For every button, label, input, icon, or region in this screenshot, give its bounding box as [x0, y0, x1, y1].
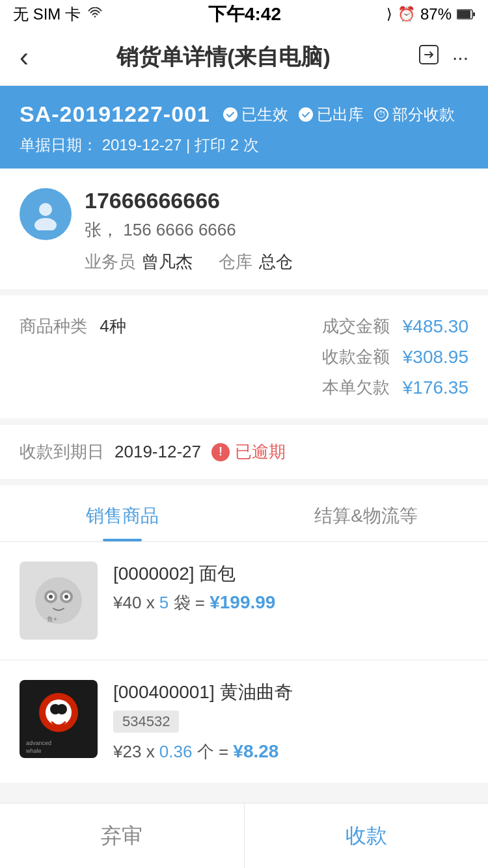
badge-active-label: 已生效	[241, 104, 288, 125]
product-info-2: [000400001] 黄油曲奇 534532 ¥23 x 0.36 个 = ¥…	[113, 680, 468, 763]
product-title-2: 黄油曲奇	[220, 682, 293, 702]
product-name-1: [0000002] 面包	[113, 562, 468, 586]
deal-amount-row: 成交金额 ¥485.30	[322, 315, 468, 338]
tab-settlement[interactable]: 结算&物流等	[244, 485, 488, 541]
svg-point-4	[39, 203, 52, 216]
collected-amount-row: 收款金额 ¥308.95	[322, 346, 468, 368]
qty-1: 5	[159, 593, 174, 612]
status-right: ⟩ ⏰ 87%	[386, 5, 475, 23]
back-button[interactable]: ‹	[20, 42, 29, 73]
multiply-2: x	[146, 742, 159, 761]
svg-point-5	[34, 218, 57, 230]
customer-id: 17666666666	[85, 188, 468, 213]
overdue-text: 已逾期	[235, 441, 286, 463]
unit-1: 袋	[174, 593, 191, 612]
product-price-1: ¥40 x 5 袋 = ¥199.99	[113, 591, 468, 614]
owed-amount-row: 本单欠款 ¥176.35	[322, 376, 468, 399]
svg-point-18	[57, 704, 67, 714]
nav-actions: ···	[418, 44, 468, 70]
status-time: 下午4:42	[208, 2, 281, 27]
avatar	[20, 188, 72, 240]
collect-label: 收款	[346, 822, 387, 850]
svg-rect-2	[473, 12, 475, 16]
overdue-icon: !	[211, 443, 230, 461]
sales-meta: 业务员 曾凡杰	[85, 251, 193, 273]
product-card-1: 鱼+ [0000002] 面包 ¥40 x 5 袋 = ¥199.99	[0, 542, 488, 659]
badge-shipped-label: 已出库	[317, 104, 364, 125]
summary-left: 商品种类 4种	[20, 315, 126, 338]
date-label: 单据日期：	[20, 136, 98, 154]
customer-phone: 张， 156 6666 6666	[85, 219, 468, 241]
carrier-text: 无 SIM 卡	[13, 4, 81, 25]
product-code-2: [000400001]	[113, 682, 215, 702]
battery-text: 87%	[420, 5, 452, 23]
owed-label: 本单欠款	[322, 376, 390, 399]
product-type-label: 商品种类	[20, 316, 87, 336]
product-thumb-2: advanced whale	[20, 680, 98, 758]
product-info-1: [0000002] 面包 ¥40 x 5 袋 = ¥199.99	[113, 562, 468, 614]
svg-rect-1	[457, 10, 470, 18]
bottom-bar: 弃审 收款	[0, 803, 488, 868]
order-id: SA-20191227-001	[20, 102, 210, 127]
more-button[interactable]: ···	[452, 46, 468, 68]
equals-1: =	[195, 593, 210, 612]
order-header: SA-20191227-001 已生效 已出库 ⏱	[0, 86, 488, 169]
clock-icon: ⏱	[374, 107, 388, 122]
nav-bar: ‹ 销货单详情(来自电脑) ···	[0, 29, 488, 86]
product-price-2: ¥23 x 0.36 个 = ¥8.28	[113, 740, 468, 763]
deal-amount-label: 成交金额	[322, 315, 390, 338]
svg-point-6	[35, 577, 82, 624]
svg-text:advanced: advanced	[26, 740, 51, 746]
status-left: 无 SIM 卡	[13, 4, 103, 25]
owed-amount: ¥176.35	[403, 377, 468, 398]
due-date: 2019-12-27	[115, 442, 201, 462]
wifi-icon	[87, 6, 103, 23]
battery-icon	[457, 5, 475, 23]
share-button[interactable]	[418, 44, 439, 70]
summary-right: 成交金额 ¥485.30 收款金额 ¥308.95 本单欠款 ¥176.35	[322, 315, 468, 399]
overdue-badge: ! 已逾期	[211, 441, 286, 463]
collect-payment-button[interactable]: 收款	[245, 804, 489, 868]
customer-section: 17666666666 张， 156 6666 6666 业务员 曾凡杰 仓库 …	[0, 169, 488, 295]
tabs-section: 销售商品 结算&物流等	[0, 485, 488, 542]
collected-amount: ¥308.95	[403, 347, 468, 368]
badge-shipped: 已出库	[299, 104, 364, 125]
badge-partial-label: 部分收款	[392, 104, 455, 125]
abandon-review-button[interactable]: 弃审	[0, 804, 245, 868]
order-date-row: 单据日期： 2019-12-27 | 打印 2 次	[20, 135, 468, 156]
tabs-row: 销售商品 结算&物流等	[0, 485, 488, 541]
tab-sales-products[interactable]: 销售商品	[0, 485, 244, 541]
product-sku-2: 534532	[113, 711, 179, 733]
alarm-icon: ⏰	[398, 6, 415, 23]
qty-value-1: 5	[159, 593, 169, 612]
tab-settlement-label: 结算&物流等	[314, 506, 418, 526]
svg-text:鱼+: 鱼+	[47, 616, 57, 623]
products-section: 鱼+ [0000002] 面包 ¥40 x 5 袋 = ¥199.99	[0, 542, 488, 783]
due-section: 收款到期日 2019-12-27 ! 已逾期	[0, 425, 488, 485]
location-icon: ⟩	[386, 6, 392, 23]
check-icon-2	[299, 107, 313, 122]
svg-point-11	[49, 595, 53, 599]
customer-info: 17666666666 张， 156 6666 6666 业务员 曾凡杰 仓库 …	[85, 188, 468, 273]
multiply-1: x	[146, 593, 159, 612]
product-name-2: [000400001] 黄油曲奇	[113, 680, 468, 705]
page-title: 销货单详情(来自电脑)	[116, 42, 331, 72]
badge-active: 已生效	[223, 104, 288, 125]
sales-name: 曾凡杰	[142, 251, 193, 273]
product-type-row: 商品种类 4种	[20, 315, 126, 338]
product-image-1: 鱼+	[20, 562, 98, 640]
svg-text:whale: whale	[25, 748, 42, 754]
product-code-1: [0000002]	[113, 563, 195, 584]
price-2: ¥23	[113, 742, 141, 761]
abandon-label: 弃审	[101, 822, 142, 850]
unit-2: 个	[197, 742, 214, 761]
warehouse-label: 仓库	[219, 251, 252, 273]
product-thumb-1: 鱼+	[20, 562, 98, 640]
badge-partial: ⏱ 部分收款	[374, 104, 455, 125]
svg-point-12	[64, 595, 68, 599]
equals-2: =	[219, 742, 233, 761]
qty-value-2: 0.36	[159, 742, 193, 761]
warehouse-meta: 仓库 总仓	[219, 251, 293, 273]
check-icon-1	[223, 107, 237, 122]
order-date: 2019-12-27	[102, 136, 182, 154]
